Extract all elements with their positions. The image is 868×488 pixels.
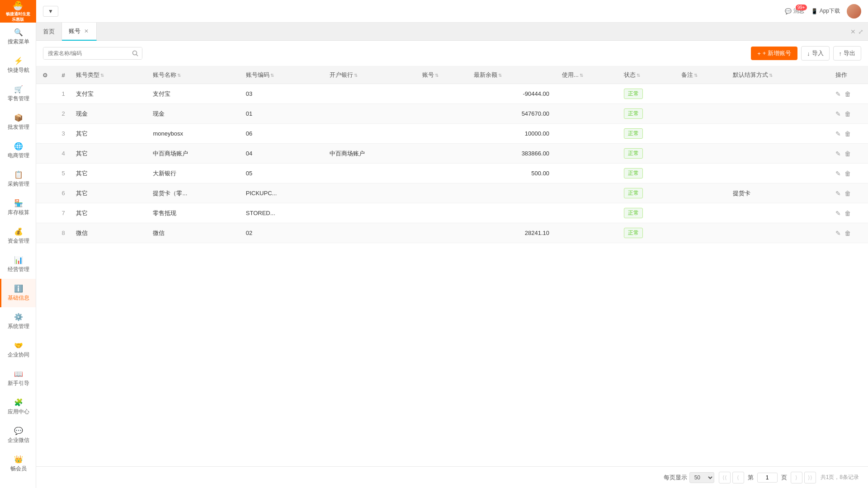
row-num: 5 (54, 164, 72, 183)
delete-icon[interactable]: 🗑 (844, 90, 851, 98)
tab-account[interactable]: 账号 ✕ (62, 23, 97, 41)
row-actions: ✎ 🗑 (832, 183, 868, 203)
row-remarks (678, 124, 729, 144)
workspace-dropdown[interactable]: ▼ (43, 6, 58, 17)
delete-icon[interactable]: 🗑 (844, 190, 851, 197)
row-account-type: 其它 (72, 164, 149, 183)
messages-btn[interactable]: 💬 消息 99+ (785, 7, 804, 15)
sidebar-item-finance-mgmt[interactable]: 💰 资金管理 (0, 222, 36, 250)
col-opening-bank[interactable]: 开户银行⇅ (326, 66, 419, 84)
quick-nav-icon: ⚡ (14, 56, 23, 65)
search-box[interactable] (43, 47, 142, 60)
last-page-btn[interactable]: ⟩⟩ (804, 472, 816, 483)
export-button[interactable]: ↑ 导出 (833, 46, 862, 61)
edit-icon[interactable]: ✎ (835, 170, 841, 177)
edit-icon[interactable]: ✎ (835, 230, 841, 237)
search-input[interactable] (43, 47, 128, 59)
tab-home[interactable]: 首页 (36, 23, 62, 41)
sidebar-item-purchase-mgmt[interactable]: 📋 采购管理 (0, 165, 36, 193)
edit-icon[interactable]: ✎ (835, 110, 841, 117)
col-usage[interactable]: 使用...⇅ (558, 66, 620, 84)
row-latest-balance: 383866.00 (470, 144, 558, 164)
row-latest-balance: 10000.00 (470, 124, 558, 144)
row-account (419, 144, 470, 164)
sidebar-item-operations-mgmt-label: 经营管理 (8, 266, 29, 273)
import-button[interactable]: ↓ 导入 (801, 46, 830, 61)
sidebar-item-quick-nav-label: 快捷导航 (8, 66, 29, 74)
app-download-btn[interactable]: 📱 App下载 (811, 7, 840, 15)
row-remarks (678, 144, 729, 164)
delete-icon[interactable]: 🗑 (844, 130, 851, 137)
sidebar-item-retail-mgmt-label: 零售管理 (8, 95, 29, 103)
row-account-code: STORED... (242, 203, 326, 223)
app-download-label: App下载 (820, 7, 840, 15)
tab-close-all-icon[interactable]: ✕ (850, 28, 856, 35)
wholesale-mgmt-icon: 📦 (14, 113, 23, 122)
sidebar-item-new-guide[interactable]: 📖 新手引导 (0, 364, 36, 393)
edit-icon[interactable]: ✎ (835, 90, 841, 98)
sidebar-item-basic-info[interactable]: ℹ️ 基础信息 (0, 279, 36, 307)
import-icon: ↓ (807, 50, 810, 57)
tab-account-close[interactable]: ✕ (83, 28, 90, 34)
top-header-right: 💬 消息 99+ 📱 App下载 (785, 4, 861, 19)
delete-icon[interactable]: 🗑 (844, 210, 851, 217)
app-download-icon: 📱 (811, 8, 818, 14)
first-page-btn[interactable]: ⟨⟨ (719, 472, 731, 483)
col-settings[interactable]: ⚙ (36, 66, 54, 84)
sidebar-item-operations-mgmt[interactable]: 📊 经营管理 (0, 250, 36, 279)
col-account[interactable]: 账号⇅ (419, 66, 470, 84)
col-account-type[interactable]: 账号类型⇅ (72, 66, 149, 84)
col-account-code[interactable]: 账号编码⇅ (242, 66, 326, 84)
sidebar: 🐣 畅捷通时生意 乐惠版 🔍 搜索菜单 ⚡ 快捷导航 🛒 零售管理 📦 批发管理… (0, 0, 36, 488)
sidebar-item-enterprise-collab[interactable]: 🤝 企业协同 (0, 336, 36, 364)
row-settings (36, 104, 54, 124)
search-button[interactable] (128, 47, 142, 59)
row-account (419, 164, 470, 183)
sidebar-item-enterprise-wechat[interactable]: 💬 企业微信 (0, 421, 36, 450)
row-status: 正常 (620, 124, 678, 144)
col-status[interactable]: 状态⇅ (620, 66, 678, 84)
sidebar-item-vip-member[interactable]: 👑 畅会员 (0, 450, 36, 478)
add-account-button[interactable]: + + 新增账号 (751, 47, 797, 60)
logo-sub: 乐惠版 (12, 17, 24, 23)
vip-member-icon: 👑 (14, 455, 23, 464)
tab-expand-icon[interactable]: ⤢ (858, 28, 863, 35)
col-default-settlement[interactable]: 默认结算方式⇅ (729, 66, 832, 84)
edit-icon[interactable]: ✎ (835, 150, 841, 157)
col-account-name[interactable]: 账号名称⇅ (149, 66, 242, 84)
col-latest-balance[interactable]: 最新余额⇅ (470, 66, 558, 84)
content-header: + + 新增账号 ↓ 导入 ↑ 导出 (36, 41, 868, 66)
row-default-settlement (729, 104, 832, 124)
row-account-name: 零售抵现 (149, 203, 242, 223)
row-latest-balance (470, 203, 558, 223)
delete-icon[interactable]: 🗑 (844, 230, 851, 237)
row-latest-balance: 500.00 (470, 164, 558, 183)
edit-icon[interactable]: ✎ (835, 190, 841, 197)
add-icon: + (757, 50, 761, 57)
row-opening-bank (326, 203, 419, 223)
delete-icon[interactable]: 🗑 (844, 110, 851, 117)
per-page-dropdown[interactable]: 50 10 20 100 (689, 472, 714, 483)
delete-icon[interactable]: 🗑 (844, 150, 851, 157)
row-account-code: 03 (242, 84, 326, 104)
page-input[interactable] (757, 473, 778, 483)
sidebar-item-inventory[interactable]: 🏪 库存核算 (0, 193, 36, 222)
sidebar-item-system-mgmt[interactable]: ⚙️ 系统管理 (0, 307, 36, 336)
user-avatar[interactable] (847, 4, 861, 19)
sidebar-item-wholesale-mgmt[interactable]: 📦 批发管理 (0, 108, 36, 136)
col-remarks[interactable]: 备注⇅ (678, 66, 729, 84)
edit-icon[interactable]: ✎ (835, 130, 841, 137)
row-account (419, 84, 470, 104)
row-remarks (678, 203, 729, 223)
row-account-type: 其它 (72, 183, 149, 203)
edit-icon[interactable]: ✎ (835, 210, 841, 217)
sidebar-item-search-menu[interactable]: 🔍 搜索菜单 (0, 23, 36, 51)
search-menu-icon: 🔍 (14, 28, 23, 37)
next-page-btn[interactable]: ⟩ (791, 472, 802, 483)
sidebar-item-app-center[interactable]: 🧩 应用中心 (0, 393, 36, 421)
sidebar-item-quick-nav[interactable]: ⚡ 快捷导航 (0, 51, 36, 80)
sidebar-item-ecommerce-mgmt[interactable]: 🌐 电商管理 (0, 136, 36, 165)
delete-icon[interactable]: 🗑 (844, 170, 851, 177)
sidebar-item-retail-mgmt[interactable]: 🛒 零售管理 (0, 80, 36, 108)
prev-page-btn[interactable]: ⟨ (732, 472, 744, 483)
